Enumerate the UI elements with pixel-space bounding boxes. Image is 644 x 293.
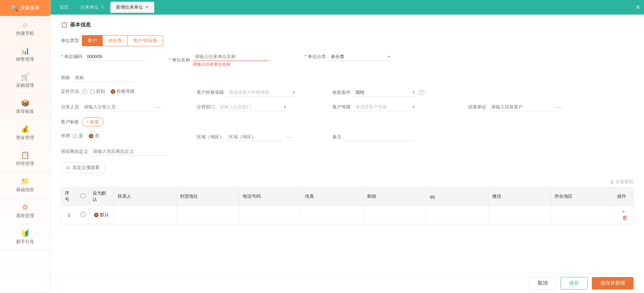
short-name-input[interactable] [73,74,135,82]
cancel-button[interactable]: 取消 [529,277,556,290]
unit-name-error: 请输入往来单位名称 [193,62,269,67]
row-phone[interactable] [239,206,301,224]
contact-table: 序号 设为默认 联系人 到货地址 电话号码 传真 邮箱 qq 微信 所在地区 操… [61,187,634,224]
payment-help-icon[interactable]: ? [419,90,424,95]
customer-level-select[interactable]: 请选择客户等级 [353,103,416,111]
remarks-input[interactable] [344,133,414,141]
supplier-custom-group: 供应商自定义 [61,147,186,156]
select-all-checkbox[interactable] [81,194,85,198]
row-region[interactable] [551,206,613,224]
pricing-level-radio[interactable] [111,89,115,94]
sidebar-item-guide[interactable]: 🔰新手引导 [0,224,50,250]
content-area: 📋 基本信息 单位类型 客户 供应商 客户/供应商 * 单位编码 * 单位名称 [50,15,644,273]
disabled-yes-option[interactable]: 是 [73,133,83,139]
settlement-unit-more-button[interactable]: ··· [555,104,563,111]
row-fax-input[interactable] [305,212,360,218]
department-select[interactable]: 请输入分管部门 [218,103,287,111]
pricing-discount-radio[interactable] [90,89,95,94]
unit-name-input[interactable] [193,52,269,61]
disabled-yes-radio[interactable] [73,134,77,138]
close-window-button[interactable]: ✕ [635,3,641,11]
sidebar-item-inventory[interactable]: 📦库存核算 [0,94,50,120]
batch-delete-icon: 🗑 [610,179,614,185]
supplier-custom-input[interactable] [91,147,167,156]
sidebar-item-purchase[interactable]: 🛒采购管理 [0,68,50,94]
close-tab-partners-button[interactable]: ✕ [101,5,104,10]
row-checkbox[interactable] [81,212,85,217]
batch-delete-label[interactable]: 批量删除 [615,179,634,185]
col-checkbox[interactable] [77,187,89,206]
row-contact[interactable] [114,206,176,224]
add-row-button[interactable]: + [622,209,625,214]
payment-terms-group: 收款条件 现结 ▾ ? [332,88,430,97]
purchase-icon: 🛒 [21,73,30,81]
sidebar-item-system[interactable]: ⚙系统管理 [0,198,50,224]
sidebar-item-label: 基础信息 [16,187,34,193]
row-qq[interactable] [426,206,488,224]
row-wechat[interactable] [489,206,551,224]
sidebar-item-basic-info[interactable]: 📁基础信息 [0,172,50,198]
unit-category-group: * 单位分类 未分类 A类 B类 C类 ▾ [305,52,402,61]
region-label: 区域（地区） [197,134,224,140]
row-checkbox-cell[interactable] [77,206,89,224]
type-customer-button[interactable]: 客户 [82,35,103,46]
table-header-row: 序号 设为默认 联系人 到货地址 电话号码 传真 邮箱 qq 微信 所在地区 操… [61,187,634,206]
tab-home[interactable]: 首页 [54,2,74,13]
region-more-button[interactable]: ··· [285,133,293,141]
row-address-input[interactable] [180,212,235,218]
search-menu[interactable]: 🔍 搜索菜单 [0,0,50,16]
pricing-help-icon[interactable]: ? [82,89,87,94]
row-region-input[interactable] [555,212,610,218]
manager-input[interactable] [82,103,151,111]
sidebar-item-finance[interactable]: 💰资金管理 [0,120,50,146]
row-email-input[interactable] [367,212,422,218]
pricing-level-option[interactable]: 价格等级 [111,88,135,95]
row-default-radio[interactable] [94,213,99,217]
main-area: 首页往来单位 ✕新增往来单位 ✕ ✕ 📋 基本信息 单位类型 客户 供应商 客户… [50,0,644,293]
col-region: 所在地区 [551,187,613,206]
sidebar-item-label: 系统管理 [16,213,34,219]
sidebar-item-label: 经营管理 [16,161,34,167]
settlement-unit-input[interactable] [489,103,552,111]
col-seq: 序号 [61,187,77,206]
tabbar: 首页往来单位 ✕新增往来单位 ✕ ✕ [50,0,644,15]
disabled-region-row: 停用 是 否 区域（地区） ··· 备注 [61,133,634,141]
type-both-button[interactable]: 客户/供应商 [128,35,163,46]
row-wechat-input[interactable] [492,212,547,218]
save-button[interactable]: 保存 [560,277,588,290]
delete-row-button[interactable]: 🗑 [622,215,628,221]
customer-price-level-select[interactable]: 请选择客户价格等级 [227,88,296,96]
tab-new-partner[interactable]: 新增往来单位 ✕ [110,2,154,13]
region-input[interactable] [227,133,282,141]
unit-code-input[interactable] [85,52,148,61]
close-tab-new-partner-button[interactable]: ✕ [145,5,149,10]
row-phone-input[interactable] [243,212,298,218]
row-qq-input[interactable] [430,212,485,218]
sidebar-item-operations[interactable]: 📋经营管理 [0,146,50,172]
inventory-icon: 📦 [21,99,30,107]
add-tag-button[interactable]: + 标签 [82,117,104,127]
type-supplier-button[interactable]: 供应商 [103,35,128,46]
row-default-option[interactable]: 默认 [93,212,110,218]
row-email[interactable] [364,206,426,224]
payment-terms-select[interactable]: 现结 [353,88,416,96]
tab-label-new-partner: 新增往来单位 [116,4,143,10]
row-address[interactable] [176,206,239,224]
custom-settings-button[interactable]: ⚙ 自定义项设置 [61,162,105,173]
col-contact: 联系人 [114,187,176,206]
disabled-no-radio[interactable] [89,134,93,138]
unit-category-select[interactable]: 未分类 A类 B类 C类 [329,52,391,60]
sidebar-item-quick-nav[interactable]: ⌂快捷导航 [0,16,50,42]
short-name-label: 简称 [61,75,70,81]
pricing-discount-option[interactable]: 折扣 [90,88,105,95]
manager-more-button[interactable]: ··· [154,104,162,111]
row-fax[interactable] [301,206,363,224]
disabled-no-option[interactable]: 否 [89,133,99,139]
col-fax: 传真 [301,187,363,206]
save-add-button[interactable]: 保存并新增 [592,277,634,290]
tab-partners[interactable]: 往来单位 ✕ [75,2,110,13]
manager-row: 分管人员 ··· 分管部门 请输入分管部门 ▾ 客户等级 请选择客户等级 [61,103,634,111]
row-contact-input[interactable] [118,212,173,218]
sidebar-item-sales[interactable]: 📊销售管理 [0,42,50,68]
customer-price-level-select-wrap: 请选择客户价格等级 ▾ [227,88,296,97]
